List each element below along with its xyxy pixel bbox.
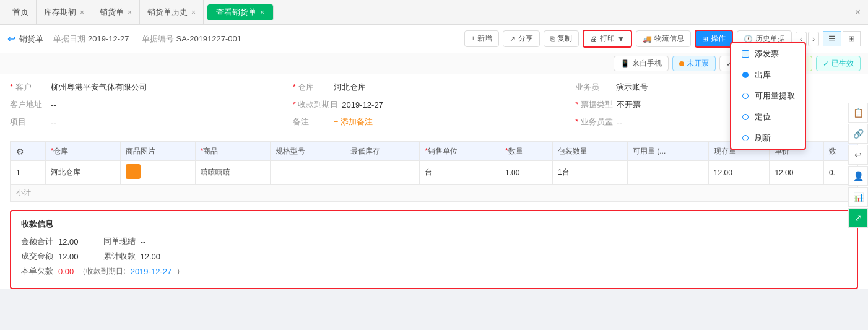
customer-field: 客户 柳州粤港平安气体有限公司 bbox=[10, 82, 293, 93]
th-image: 商品图片 bbox=[120, 142, 195, 161]
payment-row-2: 成交金额 12.00 累计收款 12.00 bbox=[21, 251, 847, 262]
deal-amount-item: 成交金额 12.00 bbox=[21, 251, 79, 262]
owed-note: （收款到期日: bbox=[79, 266, 125, 277]
same-order-item: 同单现结 -- bbox=[103, 236, 146, 247]
square-icon bbox=[741, 50, 750, 58]
tab-view-sales[interactable]: 查看销货单 × bbox=[207, 4, 274, 20]
close-window-btn[interactable]: × bbox=[855, 7, 861, 18]
product-table: ⚙ *仓库 商品图片 *商品 规格型号 最低库存 *销售单位 *数量 包装数量 … bbox=[11, 142, 857, 202]
sidebar-chart-icon[interactable]: 📊 bbox=[848, 187, 868, 207]
tab-sales-history[interactable]: 销货单历史 × bbox=[140, 0, 204, 24]
th-min-stock: 最低库存 bbox=[345, 142, 420, 161]
circle-empty-icon3 bbox=[741, 134, 750, 142]
doc-icon: ↩ bbox=[7, 33, 15, 45]
address-value: -- bbox=[51, 100, 56, 110]
ticket-label: 票据类型 bbox=[575, 99, 613, 110]
close-history-tab[interactable]: × bbox=[191, 8, 196, 17]
circle-empty-icon2 bbox=[741, 113, 750, 121]
doc-title: ↩ 销货单 bbox=[7, 33, 43, 45]
next-btn[interactable]: › bbox=[808, 32, 819, 46]
row-warehouse: 河北仓库 bbox=[45, 161, 120, 185]
logistics-btn[interactable]: 🚚 物流信息 bbox=[636, 30, 691, 47]
sidebar-expand-icon[interactable]: ⤢ bbox=[848, 208, 868, 228]
dropdown-locate[interactable]: 定位 bbox=[731, 106, 805, 128]
copy-icon: ⎘ bbox=[550, 35, 555, 43]
close-inventory-tab[interactable]: × bbox=[80, 8, 84, 17]
project-value: -- bbox=[51, 118, 56, 127]
close-view-tab[interactable]: × bbox=[260, 8, 264, 17]
dropdown-add-invoice[interactable]: 添发票 bbox=[731, 43, 805, 64]
dropdown-out-stock[interactable]: 出库 bbox=[731, 64, 805, 85]
total-amount-item: 金额合计 12.00 bbox=[21, 236, 79, 247]
same-order-label: 同单现结 bbox=[103, 236, 136, 247]
sidebar-link-icon[interactable]: 🔗 bbox=[848, 124, 868, 144]
tab-inventory[interactable]: 库存期初 × bbox=[37, 0, 92, 24]
circle-empty-icon1 bbox=[741, 92, 750, 100]
add-note-btn[interactable]: 添加备注 bbox=[334, 116, 373, 128]
tab-bar: 首页 库存期初 × 销货单 × 销货单历史 × 查看销货单 × × bbox=[0, 0, 868, 25]
address-field: 客户地址 -- bbox=[10, 99, 293, 110]
due-date-note: 2019-12-27 bbox=[131, 267, 172, 276]
customer-label: 客户 bbox=[10, 82, 47, 93]
right-sidebar: 📋 🔗 ↩ 👤 📊 ⤢ bbox=[848, 103, 868, 228]
ticket-field: 票据类型 不开票 bbox=[575, 99, 858, 110]
view-btns: ☰ ⊞ bbox=[823, 31, 861, 46]
staff-label: 业务员 bbox=[575, 82, 612, 93]
tab-home[interactable]: 首页 bbox=[5, 0, 37, 24]
sidebar-back-icon[interactable]: ↩ bbox=[848, 145, 868, 165]
effective-status-badge[interactable]: ✓ 已生效 bbox=[816, 56, 861, 71]
payment-info: 收款信息 金额合计 12.00 同单现结 -- 成交金额 12.00 累计收款 … bbox=[10, 210, 858, 289]
sidebar-user-icon[interactable]: 👤 bbox=[848, 166, 868, 186]
note-field: 备注 添加备注 bbox=[293, 116, 576, 128]
new-btn[interactable]: + 新增 bbox=[464, 30, 499, 47]
th-qty: *数量 bbox=[500, 142, 553, 161]
sidebar-doc-icon[interactable]: 📋 bbox=[848, 103, 868, 123]
operation-dropdown: 添发票 出库 可用量提取 定位 刷新 bbox=[730, 42, 806, 150]
same-order-value: -- bbox=[141, 237, 146, 246]
row-unit: 台 bbox=[420, 161, 500, 185]
owed-label: 本单欠款 bbox=[21, 266, 53, 277]
share-btn[interactable]: ↗ 分享 bbox=[503, 30, 540, 47]
payment-title: 收款信息 bbox=[21, 219, 847, 230]
number-meta: 单据编号 SA-20191227-001 bbox=[142, 33, 242, 45]
owed-value: 0.00 bbox=[58, 267, 74, 276]
dropdown-available-qty[interactable]: 可用量提取 bbox=[731, 85, 805, 106]
payment-row-1: 金额合计 12.00 同单现结 -- bbox=[21, 236, 847, 247]
print-btn[interactable]: 🖨 打印 ▼ bbox=[583, 30, 632, 48]
row-available bbox=[627, 161, 708, 185]
row-current-stock: 12.00 bbox=[708, 161, 770, 185]
dropdown-refresh[interactable]: 刷新 bbox=[731, 128, 805, 149]
close-sales-tab[interactable]: × bbox=[128, 8, 132, 17]
check3-icon: ✓ bbox=[823, 59, 829, 68]
grid-icon: ⊞ bbox=[702, 35, 708, 43]
list-view-btn[interactable]: ☰ bbox=[823, 31, 841, 46]
tab-sales[interactable]: 销货单 × bbox=[92, 0, 140, 24]
th-available: 可用量 (... bbox=[627, 142, 708, 161]
date-value: 2019-12-27 bbox=[88, 34, 129, 43]
th-settings[interactable]: ⚙ bbox=[11, 142, 46, 161]
mobile-btn[interactable]: 📱 来自手机 bbox=[614, 56, 669, 71]
operation-btn[interactable]: ⊞ 操作 bbox=[695, 30, 733, 48]
staff2-value: -- bbox=[617, 118, 622, 127]
open-status-badge[interactable]: 未开票 bbox=[672, 56, 716, 71]
ticket-value: 不开票 bbox=[617, 99, 641, 110]
warehouse-field: 仓库 河北仓库 bbox=[293, 82, 576, 93]
customer-value: 柳州粤港平安气体有限公司 bbox=[51, 82, 147, 93]
circle-filled-icon bbox=[741, 71, 750, 79]
owed-note-end: ） bbox=[176, 266, 184, 277]
print-dropdown-icon: ▼ bbox=[617, 35, 625, 43]
copy-btn[interactable]: ⎘ 复制 bbox=[544, 30, 579, 47]
total-received-item: 累计收款 12.00 bbox=[103, 251, 161, 262]
doc-meta: 单据日期 2019-12-27 单据编号 SA-20191227-001 bbox=[53, 33, 241, 45]
row-qty: 1.00 bbox=[500, 161, 553, 185]
th-warehouse: *仓库 bbox=[45, 142, 120, 161]
total-received-value: 12.00 bbox=[141, 252, 161, 261]
number-value: SA-20191227-001 bbox=[176, 34, 242, 43]
grid-view-btn[interactable]: ⊞ bbox=[843, 31, 861, 46]
owed-item: 本单欠款 0.00 （收款到期日: 2019-12-27 ） bbox=[21, 266, 184, 277]
product-table-container: ⚙ *仓库 商品图片 *商品 规格型号 最低库存 *销售单位 *数量 包装数量 … bbox=[10, 141, 858, 202]
row-pack-qty: 1台 bbox=[553, 161, 628, 185]
toolbar-left: ↩ 销货单 单据日期 2019-12-27 单据编号 SA-20191227-0… bbox=[7, 33, 459, 45]
staff-field: 业务员 演示账号 bbox=[575, 82, 858, 93]
total-amount-value: 12.00 bbox=[58, 237, 79, 246]
